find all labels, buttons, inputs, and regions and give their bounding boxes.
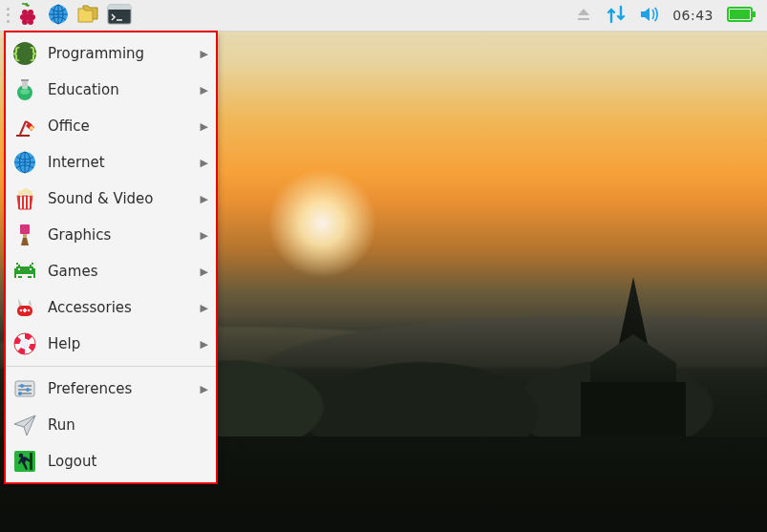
svg-rect-33 [14, 268, 35, 274]
menu-item-logout[interactable]: Logout [6, 443, 216, 479]
svg-point-25 [27, 190, 32, 196]
terminal-launcher[interactable] [105, 1, 134, 30]
application-menu: { } Programming ▶ Education ▶ Office ▶ I… [5, 32, 217, 483]
eject-icon[interactable] [575, 6, 592, 26]
svg-rect-51 [30, 453, 32, 470]
space-invader-icon [11, 258, 38, 285]
svg-rect-39 [28, 276, 32, 278]
menu-item-label: Run [48, 416, 208, 434]
svg-point-47 [26, 388, 30, 392]
menu-item-label: Help [48, 335, 191, 352]
menu-item-graphics[interactable]: Graphics ▶ [6, 217, 216, 253]
menu-item-label: Games [48, 263, 191, 280]
chevron-right-icon: ▶ [201, 193, 208, 205]
battery-full-icon[interactable] [727, 7, 756, 25]
chevron-right-icon: ▶ [201, 48, 208, 60]
menu-item-label: Sound & Video [48, 190, 191, 207]
raspberry-icon [16, 3, 39, 29]
svg-rect-30 [18, 265, 20, 266]
taskbar: 06:43 [0, 0, 767, 32]
network-updown-icon[interactable] [606, 5, 627, 27]
terminal-icon [107, 4, 132, 28]
svg-point-48 [18, 392, 22, 395]
svg-point-5 [22, 19, 28, 25]
svg-point-41 [20, 309, 23, 312]
svg-rect-37 [33, 274, 35, 278]
svg-point-46 [20, 384, 24, 388]
globe-icon [47, 3, 70, 29]
svg-text:{ }: { } [12, 45, 37, 62]
sliders-icon [11, 375, 38, 402]
raspberry-menu-button[interactable] [13, 1, 42, 30]
chevron-right-icon: ▶ [201, 302, 208, 314]
system-tray: 06:43 [575, 5, 761, 27]
svg-rect-27 [23, 234, 27, 238]
svg-rect-18 [21, 79, 29, 81]
svg-rect-17 [22, 80, 28, 89]
svg-point-20 [30, 126, 33, 130]
svg-rect-32 [16, 266, 33, 268]
svg-rect-31 [30, 265, 32, 266]
chevron-right-icon: ▶ [201, 266, 208, 278]
svg-rect-10 [108, 5, 131, 10]
menu-item-label: Logout [48, 453, 208, 470]
taskbar-grip[interactable] [6, 3, 11, 28]
desk-lamp-icon [11, 113, 38, 139]
chevron-right-icon: ▶ [201, 383, 208, 395]
menu-item-office[interactable]: Office ▶ [6, 108, 216, 144]
menu-item-label: Internet [48, 154, 191, 171]
folders-icon [76, 4, 101, 28]
menu-item-accessories[interactable]: Accessories ▶ [6, 289, 216, 326]
menu-item-label: Education [48, 81, 191, 98]
menu-item-run[interactable]: Run [6, 407, 216, 443]
chevron-right-icon: ▶ [201, 338, 208, 351]
chevron-right-icon: ▶ [201, 157, 208, 169]
lifebuoy-icon [11, 330, 38, 357]
chevron-right-icon: ▶ [201, 84, 208, 96]
svg-point-6 [28, 19, 33, 25]
svg-rect-12 [730, 10, 750, 19]
popcorn-icon [11, 185, 38, 212]
svg-rect-36 [14, 274, 16, 278]
svg-point-42 [28, 309, 31, 312]
globe-icon [11, 149, 38, 176]
menu-item-games[interactable]: Games ▶ [6, 253, 216, 289]
svg-rect-26 [20, 224, 30, 234]
svg-rect-38 [18, 276, 22, 278]
taskbar-launchers [13, 1, 134, 30]
svg-point-19 [20, 89, 30, 95]
menu-item-education[interactable]: Education ▶ [6, 72, 216, 108]
svg-rect-13 [753, 11, 756, 17]
svg-rect-35 [30, 268, 32, 270]
paint-brush-icon [11, 222, 38, 248]
paper-plane-icon [11, 412, 38, 438]
menu-item-label: Accessories [48, 299, 191, 316]
swiss-knife-icon [11, 294, 38, 321]
clock[interactable]: 06:43 [672, 8, 714, 23]
exit-icon [11, 448, 38, 475]
menu-item-programming[interactable]: { } Programming ▶ [6, 35, 216, 72]
svg-rect-34 [18, 268, 20, 270]
chevron-right-icon: ▶ [201, 120, 208, 133]
volume-icon[interactable] [640, 6, 659, 26]
menu-item-preferences[interactable]: Preferences ▶ [6, 371, 216, 407]
svg-rect-29 [32, 263, 33, 265]
chevron-right-icon: ▶ [201, 229, 208, 242]
wallpaper-temple [581, 277, 686, 458]
menu-separator [6, 366, 216, 367]
web-browser-launcher[interactable] [44, 1, 73, 30]
menu-item-internet[interactable]: Internet ▶ [6, 144, 216, 181]
menu-item-label: Preferences [48, 380, 191, 397]
file-manager-launcher[interactable] [75, 1, 103, 30]
flask-icon [11, 76, 38, 103]
menu-item-help[interactable]: Help ▶ [6, 326, 216, 362]
svg-point-44 [21, 340, 30, 349]
braces-icon: { } [11, 40, 38, 67]
svg-rect-28 [16, 263, 18, 265]
menu-item-label: Programming [48, 45, 191, 62]
menu-item-label: Graphics [48, 226, 191, 244]
menu-item-sound-video[interactable]: Sound & Video ▶ [6, 181, 216, 217]
menu-item-label: Office [48, 117, 191, 135]
